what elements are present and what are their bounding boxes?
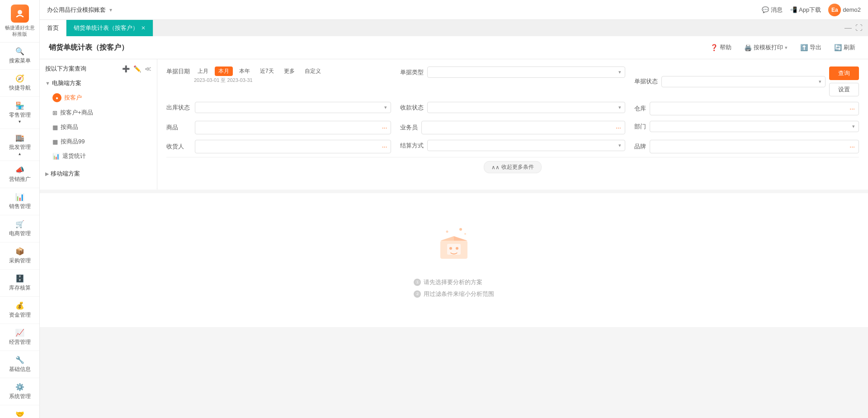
page-title: 销货单统计表（按客户） — [49, 43, 128, 52]
sidebar-item-enterprise[interactable]: 🤝 企业协同 — [0, 405, 39, 418]
message-icon: 💬 — [762, 6, 769, 13]
date-btn-custom[interactable]: 自定义 — [301, 66, 325, 76]
date-btn-7days[interactable]: 近7天 — [256, 66, 278, 76]
enterprise-icon: 🤝 — [15, 410, 24, 418]
sidebar-item-inventory[interactable]: 🗄️ 库存核算 — [0, 270, 39, 297]
date-btn-more[interactable]: 更多 — [280, 66, 298, 76]
tab-home[interactable]: 首页 — [40, 20, 66, 36]
tree-child-customer-product-label: 按客户+商品 — [60, 109, 93, 117]
sidebar-item-basic-label: 基础信息 — [9, 366, 31, 373]
sidebar-item-operations[interactable]: 📈 经营管理 — [0, 324, 39, 351]
tree-child-by-customer-label: 按客户 — [64, 94, 82, 102]
sidebar-item-operations-label: 经营管理 — [9, 338, 31, 346]
refresh-button[interactable]: 🔄 刷新 — [830, 42, 859, 53]
sidebar-item-ecommerce-label: 电商管理 — [9, 230, 31, 238]
tree-child-product99[interactable]: ▦ 按商品99 — [40, 134, 157, 149]
tree-parent-desktop[interactable]: ▼ 电脑端方案 — [40, 76, 157, 90]
payment-arrow-icon: ▾ — [618, 142, 621, 148]
tree-child-by-customer[interactable]: ● 按客户 — [40, 90, 157, 105]
operations-icon: 📈 — [15, 328, 24, 337]
desktop-schemes: ▼ 电脑端方案 ● 按客户 ⊞ 按客户+商品 ▦ — [40, 76, 157, 167]
sidebar-item-search[interactable]: 🔍 搜索菜单 — [0, 43, 39, 70]
filter-date-group: 单据日期 上月 本月 本年 近7天 更多 自定义 2023-03-01 至 20… — [166, 66, 391, 84]
sidebar-logo: 畅捷通好生意 标推版 — [0, 0, 39, 43]
filter-brand-group: 品牌 ··· — [634, 140, 859, 153]
department-select[interactable]: ▾ — [650, 121, 859, 132]
tree-child-by-product-label: 按商品 — [61, 123, 78, 131]
chart-icon: 📊 — [52, 153, 60, 160]
product-input[interactable]: ··· — [195, 121, 391, 134]
sidebar-item-system[interactable]: ⚙️ 系统管理 — [0, 378, 39, 405]
tree-child-return-stats[interactable]: 📊 退货统计 — [40, 149, 157, 163]
export-icon: ⬆️ — [800, 44, 808, 51]
export-button[interactable]: ⬆️ 导出 — [797, 42, 825, 53]
empty-tip-1: ① 请先选择要分析的方案 — [414, 276, 494, 288]
brand-input[interactable]: ··· — [650, 140, 859, 153]
sidebar-item-retail-label: 零售管理 — [9, 111, 31, 119]
user-menu[interactable]: Ea demo2 — [828, 4, 861, 16]
svg-point-8 — [449, 247, 452, 250]
filter-grid: 单据日期 上月 本月 本年 近7天 更多 自定义 2023-03-01 至 20… — [166, 66, 859, 153]
order-status-select[interactable]: ▾ — [661, 76, 826, 87]
order-type-select[interactable]: ▾ — [427, 66, 625, 78]
tree-expand-icon: ▼ — [45, 81, 50, 86]
system-icon: ⚙️ — [15, 383, 24, 391]
sidebar-item-purchase[interactable]: 📦 采购管理 — [0, 242, 39, 270]
collapse-panel-icon[interactable]: ≪ — [145, 65, 151, 72]
receiver-dots-icon: ··· — [382, 143, 387, 150]
warehouse-input[interactable]: ··· — [650, 102, 859, 115]
username-label: demo2 — [843, 6, 861, 13]
print-button[interactable]: 🖨️ 按模板打印 ▾ — [741, 42, 791, 53]
help-button[interactable]: ❓ 帮助 — [707, 42, 735, 53]
order-status-label: 单据状态 — [634, 77, 658, 86]
warehouse-dots-icon: ··· — [849, 105, 855, 112]
add-scheme-icon[interactable]: ➕ — [122, 65, 130, 72]
sidebar-item-quicknav[interactable]: 🧭 快捷导航 — [0, 70, 39, 97]
tab-fullscreen-icon[interactable]: ⛶ — [855, 24, 863, 32]
date-btn-this-month[interactable]: 本月 — [215, 66, 233, 76]
sidebar-item-sales[interactable]: 📊 销售管理 — [0, 188, 39, 215]
empty-illustration — [431, 220, 476, 267]
edit-scheme-icon[interactable]: ✏️ — [133, 65, 141, 72]
sidebar-item-retail[interactable]: 🏪 零售管理 ▾ — [0, 97, 39, 129]
tab-sales-report[interactable]: 销货单统计表（按客户） ✕ — [66, 20, 153, 36]
sidebar-item-ecommerce[interactable]: 🛒 电商管理 — [0, 215, 39, 242]
settings-button[interactable]: 设置 — [829, 83, 859, 96]
tree-parent-mobile[interactable]: ▶ 移动端方案 — [40, 167, 157, 180]
svg-point-0 — [18, 10, 22, 14]
salesperson-input[interactable]: ··· — [421, 121, 625, 134]
receiver-input[interactable]: ··· — [195, 140, 391, 153]
outbound-select[interactable]: ▾ — [195, 102, 391, 113]
collapse-button[interactable]: ∧∧ 收起更多条件 — [484, 161, 542, 173]
tree-expand-mobile-icon: ▶ — [45, 171, 49, 177]
message-button[interactable]: 💬 消息 — [762, 6, 783, 14]
top-bar-dropdown-icon[interactable]: ▾ — [109, 7, 112, 13]
payment-select[interactable]: ▾ — [427, 140, 625, 151]
logo-text: 畅捷通好生意 标推版 — [5, 24, 35, 38]
collapse-bar: ∧∧ 收起更多条件 — [166, 157, 859, 177]
query-button[interactable]: 查询 — [829, 66, 859, 80]
tab-actions: — ⛶ — [839, 24, 868, 32]
logo-icon — [11, 5, 29, 23]
brand-label: 品牌 — [634, 142, 646, 151]
svg-marker-2 — [440, 236, 454, 241]
filter-salesperson-group: 业务员 ··· — [400, 121, 625, 134]
date-btn-last-month[interactable]: 上月 — [194, 66, 212, 76]
right-panel: 单据日期 上月 本月 本年 近7天 更多 自定义 2023-03-01 至 20… — [157, 59, 868, 190]
sidebar-item-sales-label: 销售管理 — [9, 203, 31, 210]
sidebar-item-wholesale[interactable]: 🏬 批发管理 ▴ — [0, 129, 39, 161]
receipt-select[interactable]: ▾ — [427, 102, 625, 113]
sidebar-item-finance[interactable]: 💰 资金管理 — [0, 297, 39, 324]
tip-num-1: ① — [414, 279, 421, 286]
sidebar-item-basic[interactable]: 🔧 基础信息 — [0, 351, 39, 378]
tree-child-by-product[interactable]: ▦ 按商品 — [40, 120, 157, 134]
tab-minimize-icon[interactable]: — — [844, 24, 852, 32]
tree-child-customer-product[interactable]: ⊞ 按客户+商品 — [40, 105, 157, 120]
empty-tip-2: ② 用过滤条件来缩小分析范围 — [414, 288, 494, 300]
sidebar-item-marketing[interactable]: 📣 营销推广 — [0, 161, 39, 188]
date-btn-this-year[interactable]: 本年 — [236, 66, 254, 76]
help-label: 帮助 — [720, 43, 731, 52]
app-download-button[interactable]: 📲 App下载 — [790, 6, 821, 14]
tip-text-2: 用过滤条件来缩小分析范围 — [424, 288, 494, 300]
tab-close-icon[interactable]: ✕ — [141, 25, 146, 31]
